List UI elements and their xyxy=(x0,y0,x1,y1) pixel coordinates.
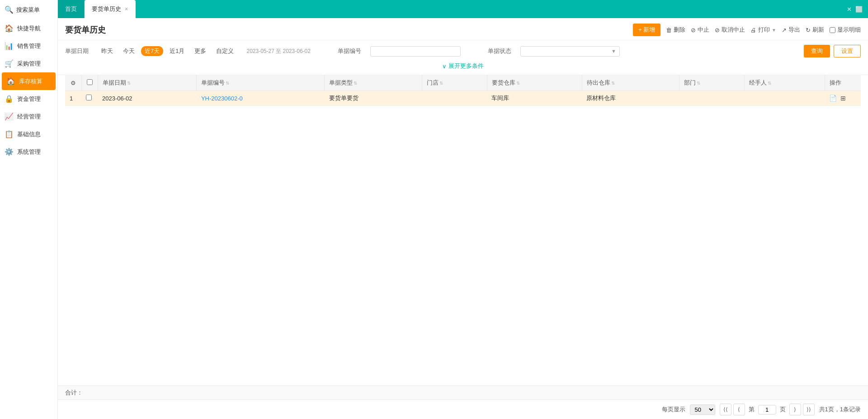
footer-total-label: 合计： xyxy=(65,389,83,397)
tab-home[interactable]: 首页 xyxy=(58,0,85,18)
select-all-checkbox[interactable] xyxy=(87,79,93,85)
date-btn-近7天[interactable]: 近7天 xyxy=(141,46,163,56)
doc-no-label: 单据编号 xyxy=(338,47,361,55)
stop-button[interactable]: ⊘ 中止 xyxy=(691,26,709,34)
doc-status-wrapper: ▼ xyxy=(520,46,620,57)
sort-handler-icon[interactable]: ⇅ xyxy=(768,81,771,86)
window-close-btn[interactable]: ✕ xyxy=(847,6,852,13)
content-area: 要货单历史 + 新增 🗑 删除 ⊘ 中止 ⊘ 取消中止 🖨 打印 xyxy=(58,18,868,419)
data-table: ⚙ 单据日期⇅ 单据编号⇅ 单据类型⇅ 门店⇅ 要货仓库⇅ 待出仓库⇅ 部门⇅ … xyxy=(65,75,861,106)
first-page-btn[interactable]: ⟨⟨ xyxy=(720,404,731,415)
page-input[interactable] xyxy=(758,405,776,414)
row-select-0[interactable] xyxy=(86,95,92,100)
stop-icon: ⊘ xyxy=(691,27,696,33)
delete-button[interactable]: 🗑 删除 xyxy=(666,26,685,34)
sidebar-item-basic-info[interactable]: 📋基础信息 xyxy=(0,125,57,143)
doc-no-input[interactable] xyxy=(370,46,461,57)
expand-icon: ∨ xyxy=(442,63,447,70)
th-department: 部门⇅ xyxy=(679,75,745,91)
doc-status-input[interactable] xyxy=(520,46,620,57)
th-settings[interactable]: ⚙ xyxy=(65,75,81,91)
new-button[interactable]: + 新增 xyxy=(633,24,660,36)
next-page-btn[interactable]: ⟩ xyxy=(789,404,801,415)
export-button[interactable]: ↗ 导出 xyxy=(782,26,800,34)
display-detail-toggle[interactable]: 显示明细 xyxy=(830,26,861,34)
date-btn-近1月[interactable]: 近1月 xyxy=(166,46,188,56)
sidebar-item-inventory[interactable]: 🏠库存核算 xyxy=(2,72,56,90)
display-detail-checkbox[interactable] xyxy=(830,27,835,33)
last-page-btn[interactable]: ⟩⟩ xyxy=(803,404,815,415)
total-info: 共1页，1条记录 xyxy=(819,405,861,414)
top-bar-right: ✕ ⬜ xyxy=(847,6,868,13)
th-date: 单据日期⇅ xyxy=(98,75,197,91)
tab-requisition-history[interactable]: 要货单历史× xyxy=(85,0,136,18)
print-dropdown-icon[interactable]: ▼ xyxy=(772,28,776,33)
row-actions-0: 📄 ⊞ xyxy=(825,91,861,106)
page-label-2: 页 xyxy=(780,405,786,414)
sort-store-icon[interactable]: ⇅ xyxy=(439,81,443,86)
sort-date-icon[interactable]: ⇅ xyxy=(127,81,131,86)
tab-close-requisition-history[interactable]: × xyxy=(125,6,128,12)
cancel-stop-button[interactable]: ⊘ 取消中止 xyxy=(715,26,745,34)
delete-icon: 🗑 xyxy=(666,27,672,33)
row-reqwh-0: 车间库 xyxy=(487,91,582,106)
refresh-button[interactable]: ↻ 刷新 xyxy=(806,26,824,34)
date-options: 昨天今天近7天近1月更多自定义 xyxy=(98,46,237,56)
sidebar-search[interactable]: 🔍 搜索菜单 xyxy=(0,0,57,19)
sidebar-icon-operation: 📈 xyxy=(5,112,14,121)
page-size-select[interactable]: 2050100200 xyxy=(690,405,715,415)
table-footer: 合计： xyxy=(58,386,868,400)
sidebar-icon-purchase: 🛒 xyxy=(5,59,14,68)
row-checkbox-0[interactable] xyxy=(81,91,98,106)
sidebar-label-sales: 销售管理 xyxy=(17,42,41,50)
sidebar-label-quick-nav: 快捷导航 xyxy=(17,24,41,33)
sidebar-item-operation[interactable]: 📈经营管理 xyxy=(0,108,57,125)
sidebar-label-inventory: 库存核算 xyxy=(19,77,42,86)
sidebar-item-quick-nav[interactable]: 🏠快捷导航 xyxy=(0,19,57,37)
sidebar-icon-basic-info: 📋 xyxy=(5,130,14,138)
print-icon: 🖨 xyxy=(750,27,756,33)
date-btn-更多[interactable]: 更多 xyxy=(191,46,210,56)
toolbar: + 新增 🗑 删除 ⊘ 中止 ⊘ 取消中止 🖨 打印 ▼ xyxy=(633,24,861,36)
sort-doctype-icon[interactable]: ⇅ xyxy=(354,81,357,86)
th-req-warehouse: 要货仓库⇅ xyxy=(487,75,582,91)
row-handler-0 xyxy=(745,91,825,106)
date-filter-label: 单据日期 xyxy=(65,47,89,55)
row-dept-0 xyxy=(679,91,745,106)
th-doc-no: 单据编号⇅ xyxy=(197,75,325,91)
sidebar-item-finance[interactable]: 🔒资金管理 xyxy=(0,90,57,108)
th-handler: 经手人⇅ xyxy=(745,75,825,91)
sidebar: 🔍 搜索菜单 🏠快捷导航📊销售管理🛒采购管理🏠库存核算🔒资金管理📈经营管理📋基础… xyxy=(0,0,58,419)
row-docno-link-0[interactable]: YH-20230602-0 xyxy=(201,95,243,102)
date-btn-昨天[interactable]: 昨天 xyxy=(98,46,117,56)
search-icon: 🔍 xyxy=(5,5,14,14)
query-button[interactable]: 查询 xyxy=(804,45,830,57)
sidebar-label-finance: 资金管理 xyxy=(17,95,41,103)
print-button[interactable]: 🖨 打印 ▼ xyxy=(750,26,776,34)
sort-dept-icon[interactable]: ⇅ xyxy=(697,81,700,86)
prev-page-btn[interactable]: ⟨ xyxy=(733,404,745,415)
sidebar-item-system[interactable]: ⚙️系统管理 xyxy=(0,143,57,161)
window-maximize-btn[interactable]: ⬜ xyxy=(855,6,863,13)
page-title: 要货单历史 xyxy=(65,24,106,35)
date-btn-自定义[interactable]: 自定义 xyxy=(212,46,237,56)
row-edit-icon-0[interactable]: 📄 xyxy=(829,95,837,102)
sort-pendwh-icon[interactable]: ⇅ xyxy=(611,81,615,86)
sidebar-item-purchase[interactable]: 🛒采购管理 xyxy=(0,55,57,72)
settings-button[interactable]: 设置 xyxy=(834,45,861,57)
row-index-0: 1 xyxy=(65,91,81,106)
row-pendwh-0: 原材料仓库 xyxy=(582,91,679,106)
th-store: 门店⇅ xyxy=(422,75,487,91)
sidebar-item-sales[interactable]: 📊销售管理 xyxy=(0,37,57,55)
filter-row-1: 单据日期 昨天今天近7天近1月更多自定义 2023-05-27 至 2023-0… xyxy=(65,45,861,57)
row-detail-icon-0[interactable]: ⊞ xyxy=(840,95,846,102)
sort-docno-icon[interactable]: ⇅ xyxy=(226,81,229,86)
sort-reqwh-icon[interactable]: ⇅ xyxy=(516,81,520,86)
sidebar-label-basic-info: 基础信息 xyxy=(17,130,41,138)
date-btn-今天[interactable]: 今天 xyxy=(119,46,138,56)
sidebar-icon-finance: 🔒 xyxy=(5,95,14,103)
th-checkbox[interactable] xyxy=(81,75,98,91)
expand-more-btn[interactable]: ∨ 展开更多条件 xyxy=(65,60,861,72)
page-header: 要货单历史 + 新增 🗑 删除 ⊘ 中止 ⊘ 取消中止 🖨 打印 xyxy=(58,18,868,40)
th-doc-type: 单据类型⇅ xyxy=(325,75,422,91)
